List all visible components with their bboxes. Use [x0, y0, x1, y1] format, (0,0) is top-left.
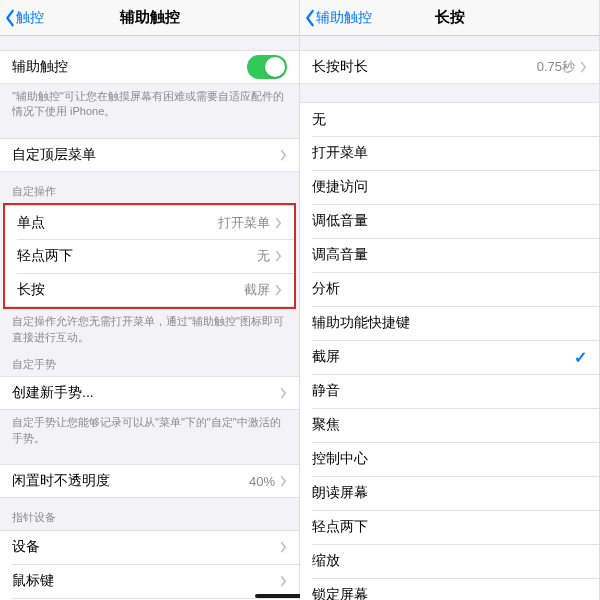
actions-footer: 自定操作允许您无需打开菜单，通过"辅助触控"图标即可直接进行互动。 [0, 309, 299, 345]
pointer-header: 指针设备 [0, 498, 299, 529]
option-row[interactable]: 控制中心 [300, 442, 599, 476]
back-button[interactable]: 触控 [0, 9, 44, 27]
option-label: 缩放 [312, 552, 340, 570]
row-label: 长按时长 [312, 58, 368, 76]
option-row[interactable]: 缩放 [300, 544, 599, 578]
content: 辅助触控 "辅助触控"可让您在触摸屏幕有困难或需要自适应配件的情况下使用 iPh… [0, 36, 299, 600]
row-label: 单点 [17, 214, 45, 232]
settings-assistivetouch-pane: 触控 辅助触控 辅助触控 "辅助触控"可让您在触摸屏幕有困难或需要自适应配件的情… [0, 0, 300, 600]
row-label: 长按 [17, 281, 45, 299]
option-row[interactable]: 锁定屏幕 [300, 578, 599, 600]
back-label: 触控 [16, 9, 44, 27]
back-label: 辅助触控 [316, 9, 372, 27]
options-group: 无打开菜单便捷访问调低音量调高音量分析辅助功能快捷键截屏✓静音聚焦控制中心朗读屏… [300, 102, 599, 600]
topmenu-group: 自定顶层菜单 [0, 138, 299, 172]
settings-longpress-pane: 辅助触控 长按 长按时长 0.75秒 无打开菜单便捷访问调低音量调高音量分析辅助… [300, 0, 600, 600]
toggle-switch[interactable] [247, 55, 287, 79]
toggle-label: 辅助触控 [12, 58, 68, 76]
chevron-right-icon [580, 61, 587, 73]
customize-top-menu-row[interactable]: 自定顶层菜单 [0, 138, 299, 172]
row-label: 创建新手势... [12, 384, 94, 402]
option-label: 调高音量 [312, 246, 368, 264]
option-label: 无 [312, 111, 326, 129]
create-gesture-row[interactable]: 创建新手势... [0, 376, 299, 410]
checkmark-icon: ✓ [574, 348, 587, 367]
option-label: 聚焦 [312, 416, 340, 434]
row-label: 设备 [12, 538, 40, 556]
duration-group: 长按时长 0.75秒 [300, 50, 599, 84]
option-label: 辅助功能快捷键 [312, 314, 410, 332]
chevron-right-icon [275, 250, 282, 262]
option-row[interactable]: 调高音量 [300, 238, 599, 272]
row-value: 无 [257, 247, 270, 265]
pointer-group: 设备鼠标键指针样式 [0, 530, 299, 600]
navbar: 辅助触控 长按 [300, 0, 599, 36]
custom-actions-header: 自定操作 [0, 172, 299, 203]
option-row[interactable]: 朗读屏幕 [300, 476, 599, 510]
navbar: 触控 辅助触控 [0, 0, 299, 36]
option-label: 调低音量 [312, 212, 368, 230]
chevron-right-icon [280, 149, 287, 161]
option-label: 控制中心 [312, 450, 368, 468]
option-row[interactable]: 无 [300, 102, 599, 136]
gestures-footer: 自定手势让您能够记录可以从"菜单"下的"自定"中激活的手势。 [0, 410, 299, 446]
gestures-group: 创建新手势... [0, 376, 299, 410]
option-label: 分析 [312, 280, 340, 298]
action-row[interactable]: 长按截屏 [5, 273, 294, 307]
chevron-right-icon [280, 475, 287, 487]
opacity-group: 闲置时不透明度 40% [0, 464, 299, 498]
pointer-row[interactable]: 设备 [0, 530, 299, 564]
chevron-right-icon [280, 387, 287, 399]
chevron-left-icon [304, 9, 316, 27]
home-indicator [255, 594, 300, 598]
row-value: 截屏 [244, 281, 270, 299]
page-title: 辅助触控 [0, 8, 299, 27]
row-value: 0.75秒 [537, 58, 575, 76]
option-label: 锁定屏幕 [312, 586, 368, 600]
action-row[interactable]: 单点打开菜单 [5, 205, 294, 239]
custom-actions-group: 单点打开菜单轻点两下无长按截屏 [5, 205, 294, 307]
option-label: 轻点两下 [312, 518, 368, 536]
longpress-duration-row[interactable]: 长按时长 0.75秒 [300, 50, 599, 84]
toggle-footer: "辅助触控"可让您在触摸屏幕有困难或需要自适应配件的情况下使用 iPhone。 [0, 84, 299, 120]
toggle-group: 辅助触控 [0, 50, 299, 84]
row-label: 轻点两下 [17, 247, 73, 265]
option-row[interactable]: 分析 [300, 272, 599, 306]
pointer-row[interactable]: 鼠标键 [0, 564, 299, 598]
idle-opacity-row[interactable]: 闲置时不透明度 40% [0, 464, 299, 498]
assistivetouch-toggle-row[interactable]: 辅助触控 [0, 50, 299, 84]
option-row[interactable]: 截屏✓ [300, 340, 599, 374]
chevron-right-icon [275, 217, 282, 229]
row-label: 闲置时不透明度 [12, 472, 110, 490]
option-label: 朗读屏幕 [312, 484, 368, 502]
option-label: 便捷访问 [312, 178, 368, 196]
option-label: 静音 [312, 382, 340, 400]
back-button[interactable]: 辅助触控 [300, 9, 372, 27]
option-row[interactable]: 静音 [300, 374, 599, 408]
chevron-right-icon [275, 284, 282, 296]
row-label: 鼠标键 [12, 572, 54, 590]
highlighted-actions-box: 单点打开菜单轻点两下无长按截屏 [3, 203, 296, 309]
option-row[interactable]: 便捷访问 [300, 170, 599, 204]
option-row[interactable]: 打开菜单 [300, 136, 599, 170]
option-row[interactable]: 辅助功能快捷键 [300, 306, 599, 340]
chevron-right-icon [280, 541, 287, 553]
chevron-left-icon [4, 9, 16, 27]
row-value: 40% [249, 474, 275, 489]
option-label: 打开菜单 [312, 144, 368, 162]
row-label: 自定顶层菜单 [12, 146, 96, 164]
chevron-right-icon [280, 575, 287, 587]
content: 长按时长 0.75秒 无打开菜单便捷访问调低音量调高音量分析辅助功能快捷键截屏✓… [300, 36, 599, 600]
action-row[interactable]: 轻点两下无 [5, 239, 294, 273]
option-row[interactable]: 聚焦 [300, 408, 599, 442]
option-row[interactable]: 调低音量 [300, 204, 599, 238]
row-value: 打开菜单 [218, 214, 270, 232]
gestures-header: 自定手势 [0, 345, 299, 376]
option-row[interactable]: 轻点两下 [300, 510, 599, 544]
option-label: 截屏 [312, 348, 340, 366]
